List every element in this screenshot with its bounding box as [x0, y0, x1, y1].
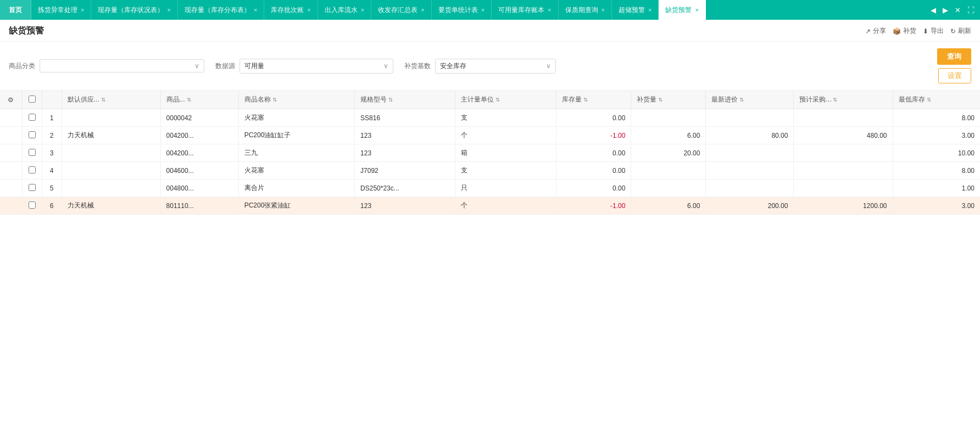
tab-requisition[interactable]: 要货单统计表 × [432, 0, 492, 20]
datasource-select[interactable]: 可用量 ∨ [240, 59, 393, 74]
refresh-button[interactable]: ↻ 刷新 [950, 26, 971, 36]
tab-overstock-label: 超储预警 [619, 5, 645, 15]
row-code-cell: 004200... [160, 127, 238, 144]
supplier-sort-icon: ⇅ [101, 97, 105, 103]
nav-close-btn[interactable]: ✕ [951, 4, 964, 16]
tab-inout-flow[interactable]: 出入库流水 × [318, 0, 371, 20]
row-supplier-cell [62, 144, 160, 162]
tab-available-ledger[interactable]: 可用量库存账本 × [492, 0, 558, 20]
row-latest-price-cell [706, 144, 794, 162]
tab-home[interactable]: 首页 [0, 0, 31, 20]
th-no [42, 91, 62, 109]
tab-available-ledger-close[interactable]: × [548, 7, 551, 13]
nav-next-btn[interactable]: ▶ [939, 4, 951, 16]
tab-stock-status-label: 现存量（库存状况表） [98, 5, 164, 15]
table-row: 3 004200... 三九 123 箱 0.00 20.00 10.00 [0, 144, 980, 162]
page-title: 缺货预警 [9, 25, 44, 37]
row-supplier-cell: 力天机械 [62, 127, 160, 144]
share-icon: ↗ [865, 27, 871, 35]
row-spec-cell: SS816 [355, 109, 455, 127]
tab-home-label: 首页 [9, 5, 22, 15]
query-button[interactable]: 查询 [937, 48, 971, 65]
th-gear[interactable]: ⚙ [0, 91, 22, 109]
tab-inout-flow-close[interactable]: × [361, 7, 364, 13]
tab-overstock[interactable]: 超储预警 × [612, 0, 659, 20]
datasource-select-value: 可用量 [244, 61, 264, 71]
row-est-purchase-cell [794, 109, 893, 127]
row-check-cell[interactable] [22, 109, 42, 127]
replenish-button[interactable]: 📦 补货 [893, 26, 916, 36]
tab-requisition-close[interactable]: × [481, 7, 485, 13]
nav-fullscreen-btn[interactable]: ⛶ [964, 4, 978, 16]
table-body: 1 0000042 火花塞 SS816 支 0.00 8.00 2 力天机械 0… [0, 109, 980, 215]
tab-overstock-close[interactable]: × [648, 7, 652, 13]
tab-batch-account[interactable]: 库存批次账 × [264, 0, 318, 20]
export-button[interactable]: ⬇ 导出 [923, 26, 944, 36]
export-label: 导出 [931, 26, 944, 36]
tab-stock-dist-close[interactable]: × [254, 7, 257, 13]
tab-stock-dist[interactable]: 现存量（库存分布表） × [178, 0, 264, 20]
row-unit-cell: 个 [455, 127, 556, 144]
datasource-filter-group: 数据源 可用量 ∨ [215, 59, 393, 74]
th-name[interactable]: 商品名称 ⇅ [238, 91, 354, 109]
tab-shortage[interactable]: 缺货预警 × [659, 0, 705, 20]
th-unit[interactable]: 主计量单位 ⇅ [455, 91, 556, 109]
tab-abnormal-label: 拣货异常处理 [38, 5, 77, 15]
th-latest-price[interactable]: 最新进价 ⇅ [706, 91, 794, 109]
replenish-base-select-value: 安全库存 [440, 61, 466, 71]
th-min-stock[interactable]: 最低库存 ⇅ [893, 91, 980, 109]
name-sort-icon: ⇅ [272, 97, 277, 103]
th-replenish[interactable]: 补货量 ⇅ [631, 91, 706, 109]
tab-stock-status[interactable]: 现存量（库存状况表） × [91, 0, 177, 20]
th-stock[interactable]: 库存量 ⇅ [556, 91, 631, 109]
row-check-cell[interactable] [22, 197, 42, 215]
tab-stock-status-close[interactable]: × [167, 7, 170, 13]
nav-prev-btn[interactable]: ◀ [927, 4, 939, 16]
select-all-checkbox[interactable] [29, 96, 36, 103]
th-check[interactable] [22, 91, 42, 109]
row-name-cell: 火花塞 [238, 109, 354, 127]
th-est-purchase[interactable]: 预计采购... ⇅ [794, 91, 893, 109]
row-check-cell[interactable] [22, 180, 42, 197]
row-supplier-cell [62, 162, 160, 180]
row-checkbox[interactable] [29, 149, 36, 156]
tab-abnormal-close[interactable]: × [81, 7, 84, 13]
row-check-cell[interactable] [22, 162, 42, 180]
share-button[interactable]: ↗ 分享 [865, 26, 886, 36]
row-checkbox[interactable] [29, 201, 36, 209]
tab-expiry[interactable]: 保质期查询 × [559, 0, 612, 20]
tab-recv-summary[interactable]: 收发存汇总表 × [371, 0, 431, 20]
row-gear-cell [0, 162, 22, 180]
row-check-cell[interactable] [22, 127, 42, 144]
row-replenish-cell: 6.00 [631, 127, 706, 144]
row-no-cell: 3 [42, 144, 62, 162]
tab-shortage-close[interactable]: × [695, 7, 698, 13]
row-replenish-cell [631, 180, 706, 197]
spec-sort-icon: ⇅ [388, 97, 393, 103]
th-code[interactable]: 商品... ⇅ [160, 91, 238, 109]
tab-abnormal[interactable]: 拣货异常处理 × [31, 0, 91, 20]
row-checkbox[interactable] [29, 166, 36, 173]
category-filter-label: 商品分类 [9, 61, 35, 71]
th-supplier[interactable]: 默认供应... ⇅ [62, 91, 160, 109]
replenish-label: 补货 [903, 26, 916, 36]
tab-recv-summary-close[interactable]: × [421, 7, 424, 13]
category-select[interactable]: ∨ [40, 59, 204, 72]
replenish-sort-icon: ⇅ [658, 97, 662, 103]
row-stock-cell: -1.00 [556, 197, 631, 215]
tab-batch-account-close[interactable]: × [307, 7, 310, 13]
settings-button[interactable]: 设置 [938, 68, 971, 83]
replenish-base-select[interactable]: 安全库存 ∨ [435, 59, 556, 74]
row-check-cell[interactable] [22, 144, 42, 162]
row-checkbox[interactable] [29, 131, 36, 138]
row-code-cell: 004800... [160, 180, 238, 197]
row-no-cell: 2 [42, 127, 62, 144]
table-header-row: ⚙ 默认供应... ⇅ 商品.. [0, 91, 980, 109]
tab-expiry-close[interactable]: × [602, 7, 605, 13]
category-filter-group: 商品分类 ∨ [9, 59, 204, 72]
share-label: 分享 [873, 26, 886, 36]
row-checkbox[interactable] [29, 184, 36, 191]
row-replenish-cell: 6.00 [631, 197, 706, 215]
row-checkbox[interactable] [29, 114, 36, 121]
th-spec[interactable]: 规格型号 ⇅ [355, 91, 455, 109]
